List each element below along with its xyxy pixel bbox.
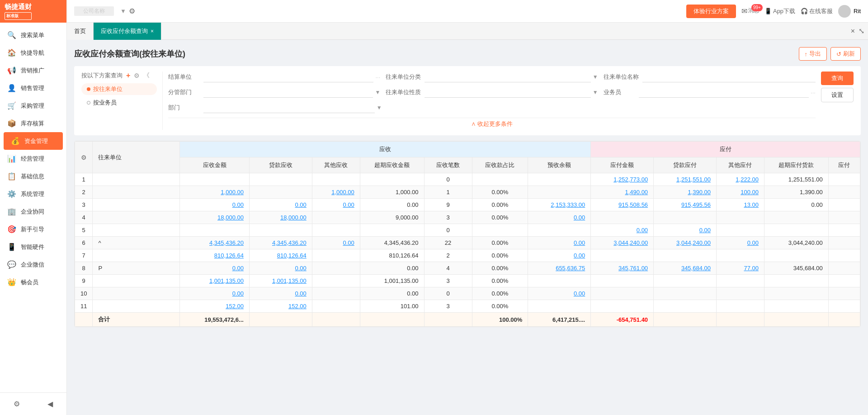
table-cell[interactable]: 0.00 [591, 224, 654, 237]
table-cell[interactable]: 0.00 [528, 287, 591, 300]
sidebar-settings-btn[interactable]: ⚙ [11, 397, 22, 410]
table-cell[interactable]: 4,345,436.20 [180, 237, 250, 249]
table-cell[interactable] [716, 224, 764, 237]
table-cell[interactable] [180, 224, 250, 237]
sidebar-item-operation[interactable]: 📊经营管理 [0, 150, 66, 167]
cell-link[interactable]: 4,345,436.20 [209, 239, 244, 246]
cell-link[interactable]: 152.00 [226, 303, 244, 310]
table-cell[interactable]: 2,153,333.00 [528, 199, 591, 211]
table-cell[interactable] [716, 275, 764, 287]
table-cell[interactable] [312, 300, 360, 313]
cell-link[interactable]: 4,345,436.20 [272, 239, 307, 246]
scheme-add-btn[interactable]: + [126, 72, 130, 80]
sidebar-item-enterprise[interactable]: 🏢企业协同 [0, 203, 66, 220]
table-cell[interactable]: 1,000.00 [312, 186, 360, 199]
sidebar-item-purchase[interactable]: 🛒采购管理 [0, 97, 66, 114]
cell-link[interactable]: 0.00 [232, 290, 244, 297]
cell-link[interactable]: 18,000.00 [217, 214, 244, 221]
cell-link[interactable]: 1,222.00 [736, 176, 759, 183]
cell-link[interactable]: 0.00 [637, 227, 648, 234]
table-cell[interactable]: 0.00 [180, 262, 250, 275]
cell-link[interactable]: 1,000.00 [331, 189, 354, 196]
cell-link[interactable]: 915,508.56 [618, 201, 648, 208]
table-cell[interactable] [528, 300, 591, 313]
table-cell[interactable]: 0.00 [716, 237, 764, 249]
cell-link[interactable]: 1,001,135.00 [272, 277, 307, 284]
cell-link[interactable]: 18,000.00 [280, 214, 307, 221]
input-salesperson[interactable] [639, 87, 809, 98]
select-dept[interactable] [203, 87, 373, 98]
table-cell[interactable] [312, 224, 360, 237]
sidebar-item-wechat[interactable]: 💬企业微信 [0, 256, 66, 273]
cell-link[interactable]: 3,044,240.00 [613, 239, 648, 246]
cell-link[interactable]: 2,153,333.00 [551, 201, 585, 208]
sidebar-item-search-menu[interactable]: 🔍搜索菜单 [0, 26, 66, 44]
table-cell[interactable]: 655,636.75 [528, 262, 591, 275]
table-cell[interactable]: 0.00 [528, 211, 591, 224]
setting-btn[interactable]: 设置 [821, 88, 854, 102]
table-cell[interactable]: 1,251,551.00 [654, 173, 717, 186]
tabbar-close-btn[interactable]: × [851, 27, 855, 35]
cell-link[interactable]: 0.00 [574, 239, 585, 246]
online-service-btn[interactable]: 🎧 在线客服 [801, 7, 833, 15]
scheme-collapse-icon[interactable]: 《 [143, 72, 150, 80]
table-cell[interactable]: 18,000.00 [180, 211, 250, 224]
table-cell[interactable]: 3,044,240.00 [591, 237, 654, 249]
table-cell[interactable]: 152.00 [249, 300, 312, 313]
industry-solution-btn[interactable]: 体验行业方案 [686, 5, 736, 18]
cell-link[interactable]: 1,490.00 [625, 189, 648, 196]
table-cell[interactable] [654, 300, 717, 313]
table-cell[interactable] [312, 275, 360, 287]
tab-home[interactable]: 首页 [67, 23, 94, 40]
table-cell[interactable]: 915,508.56 [591, 199, 654, 211]
filter-collapse-btn[interactable]: ∧ 收起更多条件 [168, 118, 816, 130]
table-cell[interactable]: 0.00 [180, 199, 250, 211]
cell-link[interactable]: 655,636.75 [556, 265, 585, 272]
table-cell[interactable] [180, 173, 250, 186]
table-cell[interactable]: 1,222.00 [716, 173, 764, 186]
sidebar-item-marketing[interactable]: 📢营销推广 [0, 62, 66, 79]
table-cell[interactable]: 152.00 [180, 300, 250, 313]
refresh-btn[interactable]: ↺ 刷新 [830, 47, 861, 61]
cell-link[interactable]: 0.00 [295, 265, 307, 272]
table-cell[interactable] [249, 173, 312, 186]
cell-link[interactable]: 915,495.56 [681, 201, 711, 208]
table-cell[interactable]: 0.00 [249, 262, 312, 275]
scheme-option-by-staff[interactable]: 按业务员 [81, 97, 157, 109]
table-cell[interactable] [312, 262, 360, 275]
table-cell[interactable]: 0.00 [528, 249, 591, 262]
table-cell[interactable] [654, 287, 717, 300]
table-cell[interactable]: 4,345,436.20 [249, 237, 312, 249]
tab-close-icon[interactable]: × [151, 28, 154, 34]
table-cell[interactable] [591, 300, 654, 313]
cell-link[interactable]: 0.00 [574, 252, 585, 259]
sidebar-item-basic-info[interactable]: 📋基础信息 [0, 167, 66, 185]
sidebar-item-finance[interactable]: 💰资金管理 [4, 132, 63, 150]
cell-link[interactable]: 345,684.00 [681, 265, 711, 272]
cell-link[interactable]: 810,126.64 [214, 252, 244, 259]
salesperson-dots-icon[interactable]: ··· [811, 89, 816, 96]
cell-link[interactable]: 0.00 [295, 290, 307, 297]
table-cell[interactable] [249, 186, 312, 199]
cell-link[interactable]: 152.00 [288, 303, 307, 310]
table-cell[interactable]: 345,761.00 [591, 262, 654, 275]
sidebar-item-guide[interactable]: 🎯新手引导 [0, 220, 66, 238]
cell-link[interactable]: 3,044,240.00 [676, 239, 711, 246]
cell-link[interactable]: 1,252,773.00 [613, 176, 648, 183]
cell-link[interactable]: 0.00 [295, 201, 307, 208]
table-cell[interactable] [716, 300, 764, 313]
app-download-btn[interactable]: 📱 App下载 [764, 7, 795, 15]
settlement-dots-icon[interactable]: ··· [375, 74, 380, 81]
cell-link[interactable]: 77.00 [744, 265, 759, 272]
table-cell[interactable]: 0.00 [249, 287, 312, 300]
sidebar-item-sales[interactable]: 👤销售管理 [0, 79, 66, 97]
user-menu[interactable]: Rit [838, 5, 861, 18]
table-cell[interactable] [654, 211, 717, 224]
input-settlement[interactable] [203, 72, 373, 82]
table-cell[interactable] [249, 224, 312, 237]
table-cell[interactable]: 1,001,135.00 [180, 275, 250, 287]
scheme-option-by-unit[interactable]: 按往来单位 [81, 83, 157, 95]
topbar-settings-icon[interactable]: ⚙ [129, 7, 135, 15]
table-cell[interactable]: 100.00 [716, 186, 764, 199]
table-cell[interactable] [654, 249, 717, 262]
